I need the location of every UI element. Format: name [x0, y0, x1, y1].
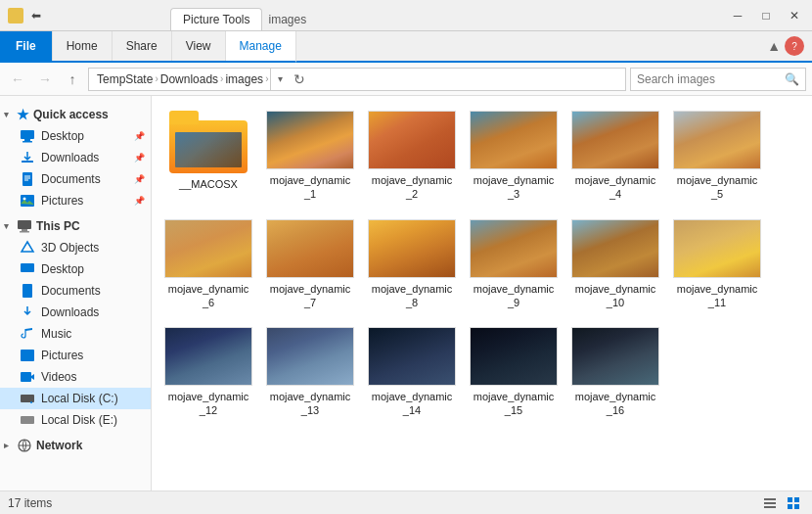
path-item-tempstate[interactable]: TempState — [97, 72, 153, 86]
path-dropdown[interactable]: ▾ — [270, 68, 290, 91]
svg-rect-3 — [22, 161, 33, 163]
ribbon-collapse-btn[interactable]: ▲ — [767, 38, 781, 54]
file-thumbnail — [368, 111, 456, 169]
list-item[interactable]: __MACOSX — [159, 104, 257, 209]
file-label: mojave_dynamic _7 — [266, 282, 354, 310]
file-label: mojave_dynamic _6 — [164, 282, 252, 310]
list-item[interactable]: mojave_dynamic _16 — [566, 320, 664, 425]
sidebar-section-network: ▸ Network — [0, 435, 151, 456]
list-item[interactable]: mojave_dynamic _8 — [363, 212, 461, 317]
file-label: mojave_dynamic _15 — [470, 390, 558, 418]
forward-button[interactable]: → — [33, 68, 57, 91]
local-disk-c-icon — [20, 391, 35, 406]
minimize-button[interactable]: ─ — [724, 2, 751, 29]
list-item[interactable]: mojave_dynamic _12 — [159, 320, 257, 425]
quick-access-label: Quick access — [33, 108, 109, 121]
file-thumbnail — [164, 219, 252, 278]
back-button[interactable]: ← — [6, 68, 29, 91]
file-label: mojave_dynamic _1 — [266, 173, 354, 202]
sidebar-item-music[interactable]: Music — [0, 323, 151, 345]
ribbon-tab-file[interactable]: File — [0, 31, 53, 61]
close-button[interactable]: ✕ — [781, 2, 808, 29]
quick-access-arrow: ▾ — [4, 110, 14, 119]
sidebar-item-3d-objects[interactable]: 3D Objects — [0, 237, 151, 258]
sidebar-item-pictures[interactable]: Pictures 📌 — [0, 190, 151, 211]
documents2-icon — [20, 283, 35, 299]
ribbon-tab-manage[interactable]: Manage — [226, 31, 296, 63]
file-thumbnail — [571, 327, 659, 386]
desktop2-icon — [20, 261, 35, 277]
downloads-pin-icon: 📌 — [134, 153, 145, 163]
list-item[interactable]: mojave_dynamic _5 — [668, 104, 766, 209]
folder-icon — [169, 111, 248, 173]
search-input[interactable] — [637, 72, 781, 86]
list-item[interactable]: mojave_dynamic _2 — [363, 104, 461, 209]
list-item[interactable]: mojave_dynamic _14 — [363, 320, 461, 425]
ribbon-tab-share[interactable]: Share — [113, 31, 172, 61]
list-item[interactable]: mojave_dynamic _10 — [566, 212, 664, 317]
sidebar-item-downloads2[interactable]: Downloads — [0, 302, 151, 323]
quick-access-star-icon: ★ — [17, 107, 29, 122]
list-item[interactable]: mojave_dynamic _1 — [261, 104, 359, 209]
svg-rect-10 — [18, 220, 31, 229]
file-thumbnail — [470, 111, 558, 169]
svg-rect-4 — [23, 172, 32, 186]
svg-rect-24 — [764, 506, 776, 508]
list-item[interactable]: mojave_dynamic _3 — [465, 104, 563, 209]
file-label: mojave_dynamic _9 — [470, 282, 558, 310]
up-button[interactable]: ↑ — [61, 68, 84, 91]
svg-rect-22 — [764, 498, 776, 500]
sidebar-header-quick-access[interactable]: ▾ ★ Quick access — [0, 104, 151, 125]
help-icon[interactable]: ? — [785, 36, 804, 56]
file-label: __MACOSX — [179, 177, 238, 191]
maximize-button[interactable]: □ — [752, 2, 780, 29]
picture-tools-tab[interactable]: Picture Tools — [170, 8, 262, 30]
address-path[interactable]: TempState › Downloads › images › ▾ ↻ — [88, 68, 626, 91]
file-label: mojave_dynamic _14 — [368, 390, 456, 418]
pictures-pin-icon: 📌 — [134, 196, 145, 206]
list-item[interactable]: mojave_dynamic _4 — [566, 104, 664, 209]
sidebar-item-pictures2[interactable]: Pictures — [0, 345, 151, 366]
desktop-icon — [20, 128, 35, 144]
list-item[interactable]: mojave_dynamic _6 — [159, 212, 257, 317]
sidebar-item-desktop[interactable]: Desktop 📌 — [0, 125, 151, 147]
list-item[interactable]: mojave_dynamic _9 — [465, 212, 563, 317]
view-grid-button[interactable] — [783, 493, 804, 513]
refresh-button[interactable]: ↻ — [293, 71, 305, 87]
path-item-downloads[interactable]: Downloads — [160, 72, 218, 86]
ribbon-tab-home[interactable]: Home — [53, 31, 113, 61]
window-title: images — [268, 0, 306, 30]
sidebar-item-videos[interactable]: Videos — [0, 366, 151, 388]
file-thumbnail — [266, 111, 354, 169]
videos-icon — [20, 369, 35, 385]
svg-rect-28 — [794, 504, 799, 509]
view-list-button[interactable] — [759, 493, 781, 513]
3d-objects-icon — [20, 240, 35, 256]
sidebar-item-local-disk-c[interactable]: Local Disk (C:) — [0, 388, 151, 409]
sidebar-header-this-pc[interactable]: ▾ This PC — [0, 215, 151, 237]
svg-rect-23 — [764, 502, 776, 504]
svg-rect-12 — [20, 231, 29, 233]
nav-arrow-left[interactable]: ⬅ — [27, 7, 45, 24]
file-thumbnail — [266, 219, 354, 278]
path-item-images[interactable]: images — [225, 72, 263, 86]
network-arrow: ▸ — [4, 441, 14, 450]
search-box: 🔍 — [630, 68, 806, 91]
sidebar-item-desktop2[interactable]: Desktop — [0, 258, 151, 280]
ribbon-tab-view[interactable]: View — [172, 31, 226, 61]
list-item[interactable]: mojave_dynamic _13 — [261, 320, 359, 425]
window-controls: ─ □ ✕ — [724, 0, 812, 30]
sidebar-item-documents[interactable]: Documents 📌 — [0, 168, 151, 190]
file-label: mojave_dynamic _3 — [470, 173, 558, 202]
file-thumbnail — [164, 327, 252, 386]
list-item[interactable]: mojave_dynamic _11 — [668, 212, 766, 317]
sidebar-header-network[interactable]: ▸ Network — [0, 435, 151, 456]
path-sep-2: › — [220, 73, 223, 84]
sidebar-section-quick-access: ▾ ★ Quick access Desktop 📌 Downloads 📌 D… — [0, 104, 151, 211]
list-item[interactable]: mojave_dynamic _15 — [465, 320, 563, 425]
list-item[interactable]: mojave_dynamic _7 — [261, 212, 359, 317]
file-label: mojave_dynamic _16 — [571, 390, 659, 418]
sidebar-item-downloads[interactable]: Downloads 📌 — [0, 147, 151, 168]
sidebar-item-local-disk-e[interactable]: Local Disk (E:) — [0, 409, 151, 431]
sidebar-item-documents2[interactable]: Documents — [0, 280, 151, 302]
